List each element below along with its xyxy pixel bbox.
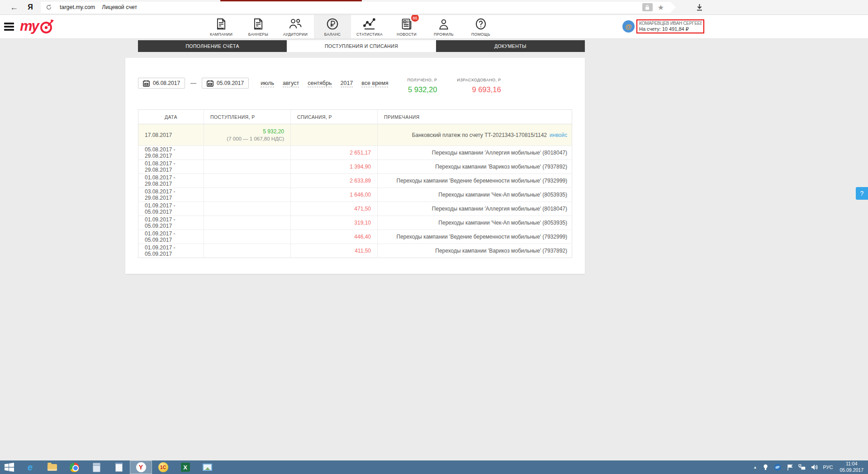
thunderbird-icon[interactable]: [774, 464, 781, 471]
cell-income: [204, 146, 291, 160]
cell-date: 01.09.2017 - 05.09.2017: [138, 244, 204, 258]
column-header: ПОСТУПЛЕНИЯ, Р: [204, 110, 291, 124]
chrome-icon[interactable]: [63, 460, 85, 474]
yandex-browser-icon[interactable]: Y: [130, 460, 152, 474]
cell-income: [204, 188, 291, 202]
quick-range-link[interactable]: август: [283, 80, 299, 87]
excel-icon[interactable]: X: [174, 460, 196, 474]
address-bar[interactable]: target.my.com Лицевой счет ★: [41, 2, 670, 13]
start-icon[interactable]: [0, 460, 19, 474]
network-icon[interactable]: [798, 464, 806, 470]
tab-accent-strip: [220, 0, 362, 1]
notepad-icon[interactable]: [108, 460, 130, 474]
cell-income: [204, 230, 291, 244]
calendar-icon: [207, 80, 213, 87]
downloads-icon[interactable]: [690, 4, 708, 11]
mytarget-logo[interactable]: my: [20, 18, 55, 35]
column-header: СПИСАНИЯ, Р: [291, 110, 378, 124]
clock-time: 11:04: [840, 461, 863, 467]
quick-range-link[interactable]: сентябрь: [308, 80, 332, 87]
clock-date: 05.09.2017: [840, 467, 863, 474]
column-header: ДАТА: [138, 110, 204, 124]
nav-item[interactable]: АУДИТОРИИ: [277, 15, 314, 38]
explorer-icon[interactable]: [41, 460, 63, 474]
received-value: 5 932,20: [407, 85, 437, 94]
table-row: 01.09.2017 - 05.09.2017 411,50 Переходы …: [138, 244, 572, 258]
invoice-link[interactable]: инвойс: [550, 132, 567, 138]
cell-expense: 2 633,89: [291, 174, 378, 188]
lightbulb-icon[interactable]: [762, 464, 769, 471]
cell-income: [204, 216, 291, 230]
bookmark-star-icon[interactable]: ★: [658, 3, 664, 12]
cell-note: Переходы кампании 'Варикоз мобильные' (7…: [378, 160, 572, 174]
nav-item[interactable]: ПРОФИЛЬ: [425, 15, 462, 38]
user-name: КОМАРЕВЦЕВ ИВАН СЕРГЕЕВИЧ: [639, 21, 702, 26]
cell-expense: 1 394,90: [291, 160, 378, 174]
cell-income: [204, 244, 291, 258]
statistics-chart-icon: [362, 17, 377, 31]
refresh-icon[interactable]: [46, 4, 52, 10]
ledger-card: 06.08.2017 — 05.09.2017 июль август сент…: [125, 58, 585, 274]
account-balance: На счету: 10 491,84 ₽: [639, 26, 702, 32]
table-row: 17.08.2017 5 932,20 (7 000 — 1 067,80 НД…: [138, 124, 572, 146]
main-navigation: КАМПАНИИ БАННЕРЫ АУДИТОРИИ БАЛАНС СТАТИС…: [203, 15, 499, 38]
action-center-flag-icon[interactable]: [786, 464, 793, 471]
nav-item-label: БАЛАНС: [324, 32, 341, 37]
help-widget-button[interactable]: ?: [856, 187, 868, 200]
calculator-icon[interactable]: [85, 460, 108, 474]
volume-icon[interactable]: [811, 464, 818, 470]
date-to-value: 05.09.2017: [217, 80, 244, 86]
photos-icon[interactable]: [196, 460, 218, 474]
quick-range-link[interactable]: июль: [261, 80, 274, 87]
cell-date: 05.08.2017 - 29.08.2017: [138, 146, 204, 160]
cell-note: Переходы кампании 'Аллергия мобильные' (…: [378, 202, 572, 216]
quick-range-link[interactable]: 2017: [341, 80, 353, 87]
nav-item[interactable]: 86 НОВОСТИ: [388, 15, 425, 38]
windows-taskbar: e Y 1С X ▲ РУС 11:04 05.09.2017: [0, 460, 868, 474]
user-avatar[interactable]: @: [622, 20, 635, 33]
cell-date: 17.08.2017: [138, 124, 204, 146]
nav-item[interactable]: БАЛАНС: [314, 15, 351, 38]
nav-item[interactable]: БАННЕРЫ: [240, 15, 277, 38]
user-account[interactable]: @ КОМАРЕВЦЕВ ИВАН СЕРГЕЕВИЧ На счету: 10…: [622, 19, 704, 33]
security-lock-icon[interactable]: [642, 3, 653, 11]
tab[interactable]: ПОПОЛНЕНИЕ СЧЁТА: [138, 40, 287, 52]
hamburger-menu-icon[interactable]: [4, 23, 14, 32]
language-indicator[interactable]: РУС: [823, 465, 833, 470]
balance-ruble-icon: [325, 17, 340, 31]
audiences-people-icon: [288, 17, 303, 31]
spent-label: ИЗРАСХОДОВАНО, Р: [457, 78, 501, 82]
table-row: 01.08.2017 - 29.08.2017 1 394,90 Переход…: [138, 160, 572, 174]
ie-icon[interactable]: e: [19, 460, 41, 474]
date-to-input[interactable]: 05.09.2017: [202, 78, 249, 89]
nav-item-label: НОВОСТИ: [397, 32, 417, 37]
annotation-highlight-box: КОМАРЕВЦЕВ ИВАН СЕРГЕЕВИЧ На счету: 10 4…: [636, 19, 704, 33]
cell-income: 5 932,20 (7 000 — 1 067,80 НДС): [204, 124, 291, 146]
nav-item[interactable]: КАМПАНИИ: [203, 15, 240, 38]
profile-person-icon: [436, 17, 451, 31]
news-paper-icon: 86: [399, 17, 414, 31]
spent-value: 9 693,16: [457, 85, 501, 94]
tray-expand-icon[interactable]: ▲: [753, 465, 757, 469]
one-c-icon[interactable]: 1С: [152, 460, 174, 474]
nav-item-label: БАННЕРЫ: [248, 32, 268, 37]
spent-summary: ИЗРАСХОДОВАНО, Р 9 693,16: [457, 78, 501, 94]
nav-item-label: СТАТИСТИКА: [356, 32, 383, 37]
cell-note: Переходы кампании 'Варикоз мобильные' (7…: [378, 244, 572, 258]
date-from-input[interactable]: 06.08.2017: [138, 78, 185, 89]
cell-expense: 2 651,17: [291, 146, 378, 160]
tab[interactable]: ПОСТУПЛЕНИЯ И СПИСАНИЯ: [287, 40, 436, 52]
cell-note: Переходы кампании 'Ведение беременности …: [378, 174, 572, 188]
yandex-logo[interactable]: Я: [24, 3, 37, 11]
back-icon[interactable]: ←: [7, 3, 21, 12]
quick-ranges: июль август сентябрь 2017 все время: [261, 80, 388, 87]
nav-item[interactable]: СТАТИСТИКА: [351, 15, 388, 38]
nav-item-label: КАМПАНИИ: [210, 32, 232, 37]
nav-item[interactable]: ПОМОЩЬ: [462, 15, 499, 38]
quick-range-link[interactable]: все время: [361, 80, 388, 87]
taskbar-clock[interactable]: 11:04 05.09.2017: [838, 461, 863, 473]
nav-item-label: ПРОФИЛЬ: [434, 32, 454, 37]
tab[interactable]: ДОКУМЕНТЫ: [436, 40, 585, 52]
cell-expense: 1 646,00: [291, 188, 378, 202]
cell-note: Переходы кампании 'Аллергия мобильные' (…: [378, 146, 572, 160]
